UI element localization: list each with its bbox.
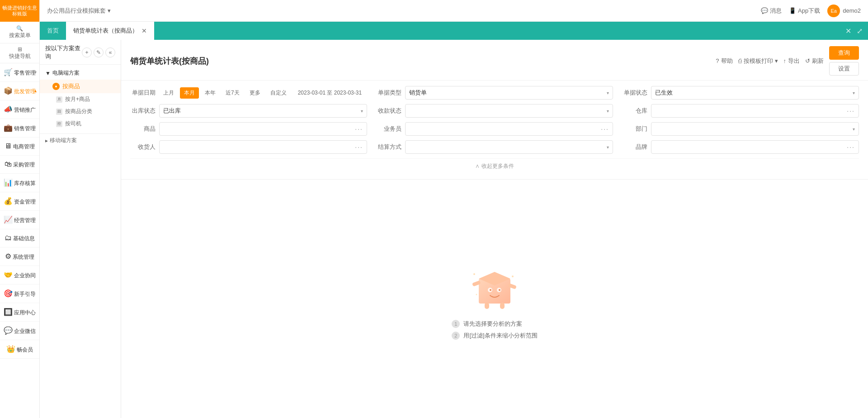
sidebar-item-wholesale[interactable]: 📦 批发管理 ▲ [0,82,39,100]
pc-group-arrow: ▼ [45,70,51,76]
sidebar-search[interactable]: 🔍 搜索菜单 [0,22,39,43]
empty-state: 1 请先选择要分析的方案 2 用[过滤]条件来缩小分析范围 [121,180,868,418]
tab-home[interactable]: 首页 [40,22,66,40]
svg-point-5 [499,289,500,291]
goods-select[interactable]: ··· [159,122,367,136]
warehouse-dots: ··· [847,107,855,114]
payment-label: 结算方式 [376,143,401,151]
system-icon: ⚙ [5,252,11,260]
receiver-select[interactable]: ··· [159,140,367,154]
tab-sales-stats[interactable]: 销货单统计表（按商品） ✕ [66,22,154,40]
brand-dots: ··· [847,143,855,151]
mobile-icon: 📱 [789,7,796,14]
scheme-item-by-printer[interactable]: 控 按司机 [40,118,121,130]
doc-type-select[interactable]: 销货单 ▾ [405,86,613,100]
message-btn[interactable]: 💬 消息 [761,7,782,15]
quick-nav[interactable]: ⊞ 快捷导航 [0,43,39,63]
sidebar-item-operation[interactable]: 📈 经营管理 [0,211,39,229]
appstore-icon: 🔲 [4,308,13,316]
svg-point-11 [512,276,514,277]
by-printer-label: 按司机 [65,120,81,128]
collapse-bar[interactable]: ∧ 收起更多条件 [130,158,859,174]
date-tab-7days[interactable]: 近7天 [222,87,244,99]
doc-status-label: 单据状态 [622,89,647,97]
doc-status-select[interactable]: 已生效 ▾ [651,86,859,100]
scheme-group-pc-title[interactable]: ▼ 电脑端方案 [40,66,121,80]
tab-close-all-btn[interactable]: ✕ [844,25,853,37]
app-title-dropdown[interactable]: 办公用品行业模拟账套 ▾ [47,7,111,15]
dept-label: 部门 [622,125,647,133]
filter-date: 单据日期 上月 本月 本年 近7天 更多 自定义 2023-03-01 至 20… [130,87,367,99]
stock-out-arrow: ▾ [361,109,363,114]
scheme-item-by-goods[interactable]: ● 按商品 [40,80,121,93]
filter-row-4: 收货人 ··· 结算方式 ▾ [130,140,859,154]
dept-select[interactable]: ▾ [651,122,859,136]
stock-out-label: 出库状态 [130,107,156,115]
date-tab-this-month[interactable]: 本月 [180,87,199,99]
refresh-icon: ↺ [805,57,810,64]
template-print-btn[interactable]: ⎙ 按模板打印 ▾ [738,57,778,65]
sidebar-item-enterprise[interactable]: 🤝 企业协同 [0,266,39,285]
sidebar-item-wechat[interactable]: 💬 企业微信 [0,322,39,340]
svg-rect-9 [500,303,505,309]
scheme-edit-btn[interactable]: ✎ [94,48,104,57]
salesperson-select[interactable]: ··· [405,122,613,136]
filter-dept: 部门 ▾ [622,122,859,136]
sidebar-item-ecommerce[interactable]: 🖥 电商管理 [0,138,39,156]
sidebar-item-retail[interactable]: 🛒 零售管理 ▼ [0,63,39,82]
doc-type-arrow: ▾ [607,90,609,95]
warehouse-select[interactable]: ··· [651,104,859,118]
scheme-group-mobile[interactable]: ▸ 移动端方案 [40,133,121,147]
sidebar-item-member[interactable]: 👑 畅会员 [0,340,39,359]
tab-restore-btn[interactable]: ⤢ [855,25,864,37]
sidebar-item-finance[interactable]: 💰 资金管理 [0,192,39,211]
sidebar-item-purchase[interactable]: 🛍 采购管理 [0,156,39,174]
date-tab-prev-month[interactable]: 上月 [159,87,178,99]
query-button[interactable]: 查询 [829,46,859,60]
scheme-add-btn[interactable]: + [82,48,92,57]
top-header: 办公用品行业模拟账套 ▾ 💬 消息 📱 App下载 Ea demo2 [40,0,868,22]
user-area[interactable]: Ea demo2 [827,5,861,17]
refresh-btn[interactable]: ↺ 刷新 [805,57,824,65]
filter-receipt: 收款状态 ▾ [376,104,613,118]
message-icon: 💬 [761,7,768,14]
app-download-btn[interactable]: 📱 App下载 [789,7,820,15]
salesperson-dots: ··· [601,125,609,133]
doc-status-arrow: ▾ [853,90,855,95]
filter-warehouse: 仓库 ··· [622,104,859,118]
sidebar-item-appstore[interactable]: 🔲 应用中心 [0,303,39,322]
retail-icon: 🛒 [4,68,13,76]
help-btn[interactable]: ? 帮助 [716,57,732,65]
sidebar-item-system[interactable]: ⚙ 系统管理 [0,247,39,266]
tab-close-icon[interactable]: ✕ [142,28,147,34]
sidebar-item-newbie[interactable]: 🎯 新手引导 [0,285,39,303]
ecommerce-icon: 🖥 [5,142,12,150]
export-btn[interactable]: ↑ 导出 [783,57,800,65]
sidebar-item-marketing[interactable]: 📣 营销推广 [0,100,39,119]
sidebar-item-basic[interactable]: 🗂 基础信息 [0,229,39,247]
scheme-header: 按以下方案查询 + ✎ « [40,40,121,65]
receiver-label: 收货人 [130,143,156,151]
basic-icon: 🗂 [5,234,12,242]
scheme-item-by-category[interactable]: 回 按商品分类 [40,105,121,118]
filter-doc-status: 单据状态 已生效 ▾ [622,86,859,100]
receipt-select[interactable]: ▾ [405,104,613,118]
brand-select[interactable]: ··· [651,140,859,154]
filter-row-1: 单据日期 上月 本月 本年 近7天 更多 自定义 2023-03-01 至 20… [130,86,859,100]
print-icon: ⎙ [738,57,742,64]
scheme-item-by-month-goods[interactable]: 月 按月+商品 [40,93,121,105]
page-actions: ? 帮助 ⎙ 按模板打印 ▾ ↑ 导出 ↺ [716,57,824,65]
date-tab-more[interactable]: 更多 [245,87,264,99]
app-logo[interactable]: 畅捷进销好生意 标账版 [0,0,39,22]
date-tab-this-year[interactable]: 本年 [201,87,220,99]
scheme-collapse-btn[interactable]: « [105,48,115,57]
date-tab-custom[interactable]: 自定义 [266,87,291,99]
sidebar-item-sales[interactable]: 💼 销售管理 [0,119,39,138]
filter-area: 单据日期 上月 本月 本年 近7天 更多 自定义 2023-03-01 至 20… [121,81,868,180]
payment-arrow: ▾ [607,145,609,150]
payment-select[interactable]: ▾ [405,140,613,154]
sidebar-item-inventory[interactable]: 📊 库存核算 [0,174,39,192]
settings-button[interactable]: 设置 [829,62,859,76]
page-content: 按以下方案查询 + ✎ « ▼ 电脑端方案 ● 按商品 月 [40,40,868,418]
stock-out-select[interactable]: 已出库 ▾ [159,104,367,118]
